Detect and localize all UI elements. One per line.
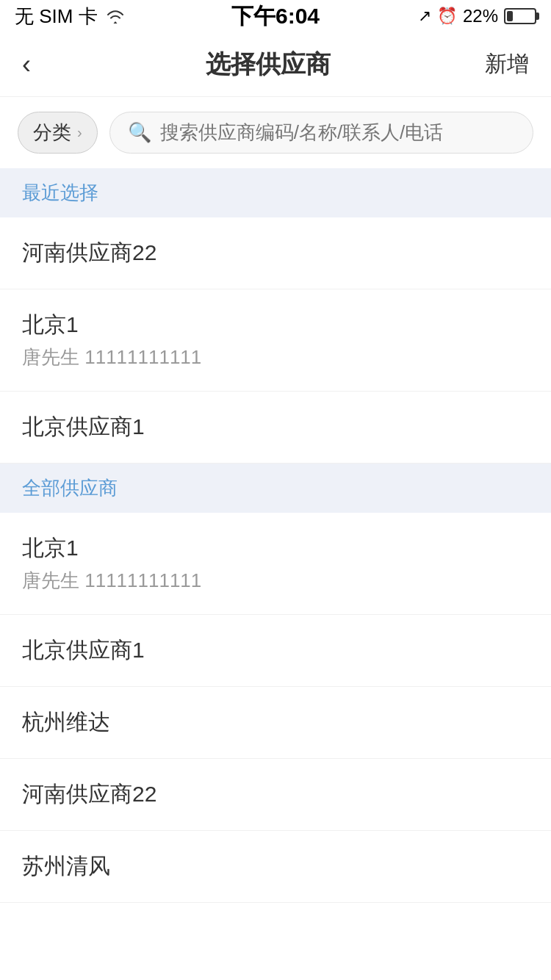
status-carrier: 无 SIM 卡	[15, 4, 126, 29]
supplier-name: 北京1	[22, 533, 529, 563]
search-input[interactable]	[160, 121, 515, 144]
list-item[interactable]: 苏州清风	[0, 831, 551, 903]
location-icon: ↗	[418, 7, 431, 26]
supplier-name: 北京供应商1	[22, 412, 529, 442]
list-item[interactable]: 北京供应商1	[0, 392, 551, 464]
list-item[interactable]: 北京供应商1	[0, 615, 551, 687]
supplier-name: 北京供应商1	[22, 635, 529, 666]
add-button[interactable]: 新增	[470, 49, 529, 79]
chevron-right-icon: ›	[77, 124, 82, 141]
status-right: ↗ ⏰ 22%	[418, 6, 536, 26]
wifi-icon	[105, 8, 126, 24]
category-label: 分类	[33, 120, 71, 145]
supplier-name: 河南供应商22	[22, 238, 529, 268]
section-header-all: 全部供应商	[0, 464, 551, 513]
search-icon: 🔍	[128, 121, 151, 144]
battery-pct: 22%	[463, 6, 498, 26]
supplier-name: 杭州维达	[22, 707, 529, 738]
battery-icon	[504, 8, 536, 24]
supplier-sub: 唐先生 11111111111	[22, 345, 529, 370]
list-item[interactable]: 杭州维达	[0, 687, 551, 759]
section-header-recent: 最近选择	[0, 168, 551, 217]
page-title: 选择供应商	[206, 48, 331, 82]
list-item[interactable]: 河南供应商22	[0, 217, 551, 289]
list-item[interactable]: 北京1唐先生 11111111111	[0, 513, 551, 615]
back-button[interactable]: ‹	[22, 49, 66, 80]
supplier-sub: 唐先生 11111111111	[22, 568, 529, 594]
list-item[interactable]: 河南供应商22	[0, 759, 551, 831]
alarm-icon: ⏰	[437, 7, 457, 26]
supplier-name: 苏州清风	[22, 851, 529, 882]
sections-container: 最近选择河南供应商22北京1唐先生 11111111111北京供应商1全部供应商…	[0, 168, 551, 903]
list-item[interactable]: 北京1唐先生 11111111111	[0, 289, 551, 392]
status-time: 下午6:04	[231, 1, 320, 32]
supplier-name: 河南供应商22	[22, 779, 529, 810]
status-bar: 无 SIM 卡 下午6:04 ↗ ⏰ 22%	[0, 0, 551, 32]
category-button[interactable]: 分类 ›	[18, 112, 98, 154]
search-bar[interactable]: 🔍	[109, 112, 533, 154]
supplier-name: 北京1	[22, 310, 529, 340]
nav-bar: ‹ 选择供应商 新增	[0, 32, 551, 97]
filter-bar: 分类 › 🔍	[0, 97, 551, 168]
